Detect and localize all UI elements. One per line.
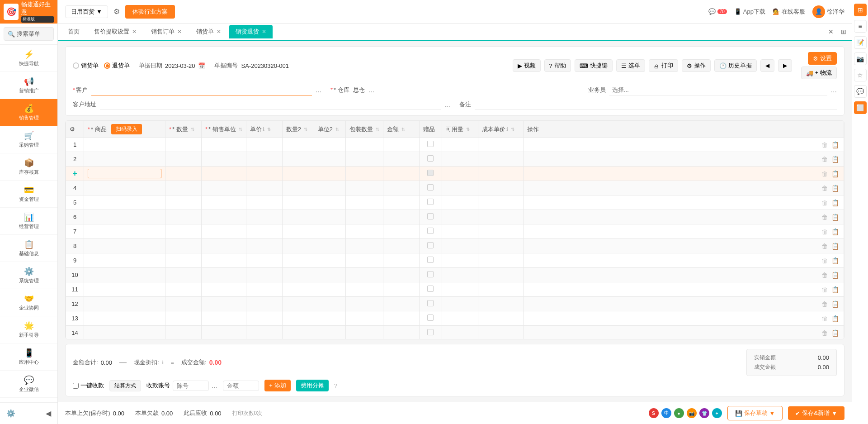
- copy-row-button[interactable]: 📋: [830, 314, 840, 323]
- sidebar-item-member[interactable]: V 畅会员: [0, 398, 57, 402]
- trial-button[interactable]: 体验行业方案: [125, 5, 175, 19]
- shortcut-button[interactable]: ⌨ 快捷键: [575, 59, 613, 72]
- sidebar-item-system[interactable]: ⚙️ 系统管理: [0, 262, 57, 289]
- sidebar-item-operations[interactable]: 📊 经营管理: [0, 208, 57, 235]
- account-id-input[interactable]: [173, 381, 209, 391]
- video-button[interactable]: ▶ 视频: [513, 59, 541, 72]
- copy-row-button[interactable]: 📋: [830, 169, 840, 178]
- print-button[interactable]: 🖨 打印: [649, 59, 678, 72]
- tab-price-setting[interactable]: 售价提取设置 ✕: [88, 25, 143, 38]
- sidebar-search-area[interactable]: 🔍 搜索菜单: [0, 24, 57, 45]
- tabs-close-button[interactable]: ✕: [826, 26, 835, 37]
- cost-sort-icon[interactable]: ⇅: [511, 127, 514, 132]
- app-download-button[interactable]: 📱 App下载: [734, 8, 765, 16]
- amount-sort-icon[interactable]: ⇅: [401, 127, 405, 132]
- right-action-button[interactable]: ⬜: [854, 101, 867, 114]
- tab-home[interactable]: 首页: [61, 25, 86, 38]
- operate-button[interactable]: ⚙ 操作: [682, 59, 711, 72]
- one-click-payment[interactable]: 一键收款: [73, 381, 104, 390]
- gift-checkbox[interactable]: [427, 271, 434, 277]
- copy-row-button[interactable]: 📋: [830, 271, 840, 280]
- sidebar-settings-button[interactable]: ⚙️: [5, 407, 17, 419]
- pack-sort-icon[interactable]: ⇅: [376, 127, 379, 132]
- row-available[interactable]: [442, 152, 478, 167]
- address-input[interactable]: [100, 99, 441, 110]
- delete-row-button[interactable]: 🗑: [821, 300, 829, 309]
- delete-row-button[interactable]: 🗑: [821, 213, 829, 222]
- copy-row-button[interactable]: 📋: [830, 242, 840, 251]
- row-quantity-active[interactable]: [165, 167, 202, 181]
- discount-info-icon[interactable]: ℹ: [162, 360, 164, 366]
- copy-row-button[interactable]: 📋: [830, 285, 840, 294]
- row-amount-active[interactable]: [383, 167, 419, 181]
- row-price-active[interactable]: [246, 167, 282, 181]
- prev-record-button[interactable]: ◀: [760, 59, 774, 72]
- radio-sales[interactable]: 销货单: [73, 62, 99, 70]
- camera-button[interactable]: 📷: [854, 52, 867, 65]
- delete-row-button[interactable]: 🗑: [821, 140, 829, 149]
- row-gift-active[interactable]: [419, 167, 442, 181]
- radio-return[interactable]: 退货单: [104, 62, 130, 70]
- row-unit[interactable]: [202, 152, 246, 167]
- daily-goods-button[interactable]: 日用百货 ▼: [65, 5, 108, 18]
- list-view-button[interactable]: ≡: [854, 20, 867, 33]
- delete-row-button[interactable]: 🗑: [821, 242, 829, 251]
- add-row-button[interactable]: +: [71, 169, 79, 178]
- customer-input[interactable]: [91, 85, 312, 95]
- cost-info-icon[interactable]: ℹ: [506, 126, 508, 132]
- salesperson-input[interactable]: [609, 85, 827, 95]
- row-quantity[interactable]: [165, 152, 202, 167]
- gift-checkbox[interactable]: [427, 300, 434, 306]
- qty2-sort-icon[interactable]: ⇅: [304, 127, 307, 132]
- copy-row-button[interactable]: 📋: [830, 198, 840, 207]
- row-unit2[interactable]: [314, 152, 345, 167]
- copy-row-button[interactable]: 📋: [830, 329, 840, 338]
- delete-row-button[interactable]: 🗑: [821, 329, 829, 338]
- tab-sales-delivery[interactable]: 销货单 ✕: [190, 25, 227, 38]
- gift-checkbox[interactable]: [427, 242, 434, 248]
- user-profile[interactable]: 👤 徐泽华: [812, 5, 844, 18]
- row-gift[interactable]: [419, 138, 442, 152]
- sidebar-item-shortcut[interactable]: ⚡ 快捷导航: [0, 45, 57, 72]
- customer-dots-button[interactable]: ...: [316, 86, 321, 94]
- row-product-active[interactable]: [84, 167, 165, 181]
- row-pack-qty[interactable]: [345, 138, 383, 152]
- add-fee-button[interactable]: + 添加: [264, 380, 290, 391]
- gift-checkbox[interactable]: [427, 141, 434, 147]
- fee-split-button[interactable]: 费用分摊: [296, 380, 329, 391]
- amount-input[interactable]: [223, 381, 259, 391]
- gift-checkbox[interactable]: [427, 228, 434, 234]
- sidebar-item-finance[interactable]: 💳 资金管理: [0, 181, 57, 208]
- copy-row-button[interactable]: 📋: [830, 155, 840, 164]
- delete-row-button[interactable]: 🗑: [821, 271, 829, 280]
- row-available[interactable]: [442, 138, 478, 152]
- sidebar-collapse-button[interactable]: ◀: [44, 407, 53, 419]
- sidebar-item-enterprise[interactable]: 🤝 企业协同: [0, 289, 57, 316]
- minus-icon[interactable]: —: [119, 358, 127, 367]
- sidebar-item-sales[interactable]: 💰 销售管理: [0, 99, 57, 126]
- row-qty2-active[interactable]: [282, 167, 314, 181]
- row-cost-price[interactable]: [478, 138, 523, 152]
- row-qty2[interactable]: [282, 138, 314, 152]
- row-cost-price[interactable]: [478, 152, 523, 167]
- avail-sort-icon[interactable]: ⇅: [466, 127, 470, 132]
- delete-row-button[interactable]: 🗑: [821, 155, 829, 164]
- help-button[interactable]: ? 帮助: [544, 59, 571, 72]
- unit-sort-icon[interactable]: ⇅: [239, 127, 242, 132]
- one-click-checkbox[interactable]: [73, 383, 79, 389]
- sidebar-item-basic[interactable]: 📋 基础信息: [0, 235, 57, 262]
- row-pack-qty-active[interactable]: [345, 167, 383, 181]
- account-dots-button[interactable]: ...: [212, 381, 217, 390]
- qty-sort-icon[interactable]: ⇅: [191, 127, 194, 132]
- gift-checkbox[interactable]: [427, 329, 434, 335]
- row-unit2[interactable]: [314, 138, 345, 152]
- save-new-button[interactable]: ✔ 保存&新增 ▼: [788, 406, 844, 420]
- star-button[interactable]: ☆: [854, 69, 867, 81]
- sidebar-item-apps[interactable]: 📱 应用中心: [0, 343, 57, 371]
- warehouse-dots-button[interactable]: ...: [368, 86, 374, 94]
- select-button[interactable]: ☰ 选单: [616, 59, 645, 72]
- gift-checkbox[interactable]: [427, 257, 434, 263]
- settings-btn[interactable]: ⚙ 设置: [808, 52, 837, 65]
- topbar-settings-button[interactable]: ⚙: [112, 5, 122, 18]
- gift-checkbox[interactable]: [427, 155, 434, 162]
